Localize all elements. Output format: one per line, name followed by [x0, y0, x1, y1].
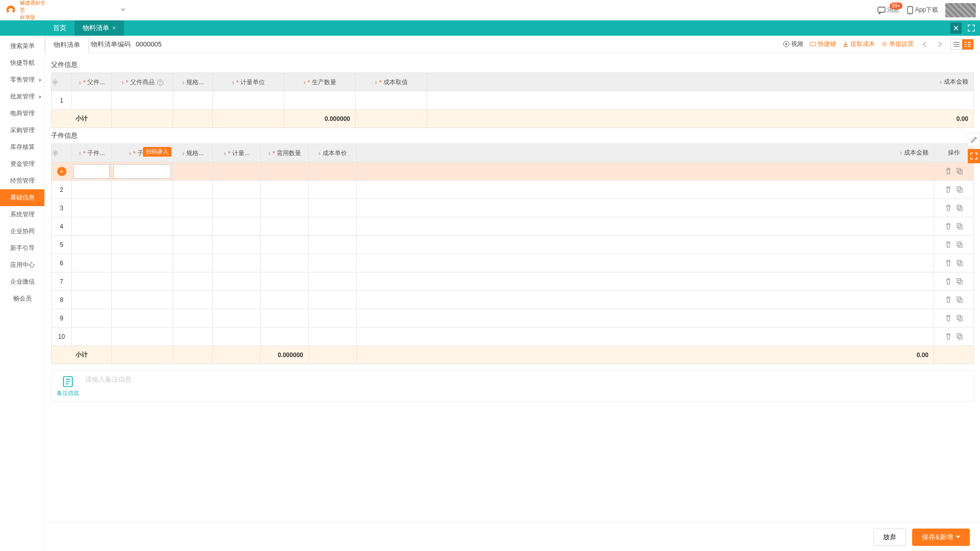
- sidebar-item[interactable]: 经营管理: [0, 172, 44, 189]
- sidebar-item[interactable]: 畅会员: [0, 290, 44, 307]
- workspace-selector[interactable]: [49, 3, 151, 17]
- messages-button[interactable]: 消息 99+: [877, 6, 899, 14]
- svg-point-2: [910, 12, 911, 13]
- parent-subtotal-row: 小计 0.000000 0.00: [52, 110, 974, 128]
- child-code-input[interactable]: [74, 164, 110, 179]
- copy-row-icon[interactable]: [957, 296, 963, 303]
- parent-col-unit[interactable]: ▲▼*计量单位: [213, 73, 284, 91]
- messages-badge: 99+: [890, 3, 902, 9]
- remark-input[interactable]: [85, 375, 968, 395]
- table-row[interactable]: 9: [52, 309, 974, 328]
- fullscreen-button[interactable]: [966, 22, 977, 34]
- copy-row-icon[interactable]: [957, 241, 963, 248]
- child-product-input[interactable]: [113, 164, 171, 179]
- sidebar-item[interactable]: 电商管理: [0, 105, 44, 122]
- sidebar-item[interactable]: 企业协同: [0, 223, 44, 240]
- parent-table: ▲▼*父件... ▲▼*父件商品? ▲▼规格... ▲▼*计量单位 ▲▼*生产数…: [51, 72, 974, 128]
- sidebar-item[interactable]: 新手引导: [0, 240, 44, 257]
- copy-row-icon[interactable]: [957, 260, 963, 266]
- sidebar-item[interactable]: 搜索菜单: [0, 38, 44, 55]
- table-row[interactable]: 5: [52, 236, 974, 254]
- delete-row-icon[interactable]: [945, 296, 951, 303]
- parent-col-code[interactable]: ▲▼*父件...: [72, 73, 112, 91]
- parent-col-product[interactable]: ▲▼*父件商品?: [112, 73, 173, 91]
- sidebar-item[interactable]: 采购管理: [0, 122, 44, 139]
- sidebar-item[interactable]: 快捷导航: [0, 55, 44, 71]
- delete-row-icon[interactable]: [945, 241, 951, 248]
- svg-point-6: [54, 81, 56, 83]
- child-col-spec[interactable]: ▲▼规格...: [173, 144, 213, 162]
- table-row[interactable]: 1: [52, 91, 974, 110]
- view-form-button[interactable]: [962, 39, 973, 49]
- svg-rect-4: [810, 42, 816, 46]
- prev-button[interactable]: [920, 40, 929, 49]
- save-new-button[interactable]: 保存&新增: [912, 529, 970, 546]
- child-col-amt[interactable]: ▲▼成本金额: [357, 144, 934, 162]
- scan-input-badge[interactable]: 扫码录入: [143, 147, 172, 157]
- child-col-unit[interactable]: ▲▼*计量...: [213, 144, 261, 162]
- remark-icon: 备注信息: [57, 375, 79, 397]
- copy-row-icon[interactable]: [957, 205, 963, 211]
- delete-row-icon[interactable]: [945, 260, 951, 266]
- copy-row-icon[interactable]: [957, 278, 963, 285]
- parent-col-qty[interactable]: ▲▼*生产数量: [284, 73, 356, 91]
- parent-gear-header[interactable]: [52, 73, 72, 91]
- child-col-qty[interactable]: ▲▼*需用数量: [261, 144, 309, 162]
- tab-home[interactable]: 首页: [45, 20, 75, 36]
- close-icon[interactable]: ×: [112, 24, 116, 32]
- table-row[interactable]: 3: [52, 199, 974, 217]
- delete-row-icon[interactable]: [945, 186, 951, 193]
- extract-cost-link[interactable]: 提取成本: [842, 40, 875, 48]
- child-subtotal-row: 小计0.0000000.00: [52, 346, 974, 364]
- child-gear-header[interactable]: [52, 144, 72, 162]
- video-link[interactable]: 视频: [783, 40, 803, 48]
- copy-row-icon[interactable]: [957, 223, 963, 230]
- delete-row-icon[interactable]: [945, 315, 951, 321]
- sidebar-item[interactable]: 应用中心: [0, 257, 44, 273]
- table-row[interactable]: 2: [52, 181, 974, 199]
- parent-col-spec[interactable]: ▲▼规格...: [173, 73, 213, 91]
- sidebar-item[interactable]: 基础信息: [0, 189, 44, 206]
- child-col-product[interactable]: ▲▼*子件商 扫码录入: [112, 144, 173, 162]
- sidebar-item[interactable]: 资金管理: [0, 156, 44, 172]
- table-row[interactable]: 10: [52, 328, 974, 346]
- app-download-button[interactable]: App下载: [906, 6, 938, 14]
- table-row[interactable]: 7: [52, 272, 974, 291]
- child-col-price[interactable]: ▲▼成本单价: [309, 144, 357, 162]
- delete-row-icon[interactable]: [945, 333, 951, 340]
- copy-row-icon[interactable]: [957, 315, 963, 321]
- sidebar-item[interactable]: 零售管理: [0, 71, 44, 88]
- next-button[interactable]: [935, 40, 944, 49]
- cancel-button[interactable]: 放弃: [873, 529, 906, 546]
- delete-row-icon[interactable]: [945, 223, 951, 230]
- table-row[interactable]: 4: [52, 217, 974, 236]
- hotkey-link[interactable]: 快捷键: [810, 40, 836, 48]
- float-edit-button[interactable]: [968, 133, 980, 147]
- table-row[interactable]: 8: [52, 291, 974, 309]
- sidebar-item[interactable]: 库存核算: [0, 139, 44, 156]
- tab-close-panel-button[interactable]: [950, 22, 962, 34]
- extract-icon: [842, 41, 849, 47]
- help-icon[interactable]: ?: [157, 80, 163, 86]
- table-row[interactable]: 6: [52, 254, 974, 272]
- child-col-code[interactable]: ▲▼*子件...: [72, 144, 112, 162]
- copy-row-icon[interactable]: [957, 333, 963, 340]
- add-row-button[interactable]: +: [57, 167, 66, 176]
- form-tab-bom[interactable]: 物料清单: [45, 37, 89, 53]
- tab-bom[interactable]: 物料清单 ×: [75, 20, 124, 36]
- view-list-button[interactable]: [951, 39, 962, 49]
- delete-row-icon[interactable]: [945, 205, 951, 211]
- table-row[interactable]: +: [52, 162, 974, 181]
- parent-col-amt[interactable]: ▲▼成本金额: [427, 73, 974, 91]
- delete-row-icon[interactable]: [945, 168, 951, 174]
- avatar[interactable]: [945, 3, 976, 17]
- delete-row-icon[interactable]: [945, 278, 951, 285]
- sidebar-item[interactable]: 系统管理: [0, 206, 44, 223]
- float-expand-button[interactable]: [968, 149, 980, 163]
- copy-row-icon[interactable]: [957, 168, 963, 174]
- copy-row-icon[interactable]: [957, 186, 963, 193]
- sidebar-item[interactable]: 批发管理: [0, 88, 44, 105]
- parent-col-costsrc[interactable]: ▲▼*成本取值: [356, 73, 427, 91]
- sidebar-item[interactable]: 企业微信: [0, 273, 44, 290]
- doc-setting-link[interactable]: 单据设置: [881, 40, 914, 48]
